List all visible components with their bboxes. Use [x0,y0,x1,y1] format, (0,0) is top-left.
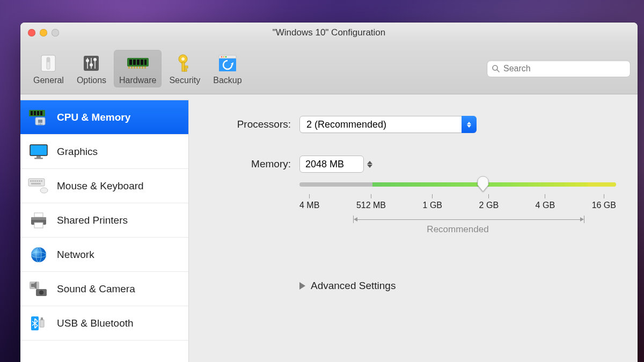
titlebar[interactable]: "Windows 10" Configuration [20,23,638,43]
tab-options[interactable]: Options [71,50,112,87]
svg-point-9 [93,58,97,61]
svg-rect-39 [40,111,42,115]
svg-rect-25 [182,62,185,71]
recommended-range-indicator [353,216,584,223]
keyboard-mouse-icon [28,176,49,196]
tick-label: 16 GB [592,194,616,210]
tab-label: Hardware [119,76,156,85]
svg-rect-13 [137,60,140,65]
sidebar-item-label: CPU & Memory [57,112,130,123]
tab-security[interactable]: Security [164,50,206,87]
sidebar-item-network[interactable]: Network [20,238,188,272]
svg-rect-50 [34,180,36,182]
svg-point-55 [40,188,48,193]
sidebar-item-label: Shared Printers [57,215,128,226]
svg-rect-20 [139,67,141,69]
advanced-settings-toggle[interactable]: Advanced Settings [299,280,616,292]
svg-rect-21 [142,67,143,69]
sidebar-item-label: Network [57,249,94,261]
processors-select[interactable]: 2 (Recommended) [299,116,477,133]
svg-rect-16 [128,67,130,69]
config-window: "Windows 10" Configuration General Optio… [20,23,638,362]
svg-text:cpu: cpu [38,122,42,125]
globe-icon [28,245,49,264]
stepper-arrows-icon[interactable] [367,156,372,173]
search-input[interactable] [487,61,630,77]
slider-track[interactable] [299,182,616,187]
svg-rect-26 [185,66,188,68]
sidebar-item-label: USB & Bluetooth [57,317,134,329]
svg-point-31 [225,56,227,57]
sliders-icon [80,53,103,73]
svg-rect-14 [141,60,143,65]
svg-rect-27 [185,69,187,71]
tab-hardware[interactable]: Hardware [114,50,162,87]
chevron-updown-icon [462,116,477,133]
monitor-icon [28,142,49,161]
svg-rect-68 [41,317,43,320]
sound-camera-icon [28,279,49,299]
sidebar-item-graphics[interactable]: Graphics [20,135,188,169]
tab-label: Security [169,76,200,85]
tick-label: 512 MB [356,194,386,210]
hardware-sidebar: cpu CPU & Memory Graphics Mouse & Keyboa… [20,100,189,362]
svg-point-60 [31,247,46,262]
svg-rect-12 [133,60,136,65]
ram-icon [127,53,149,73]
tab-label: Backup [213,76,241,85]
sidebar-item-mouse-keyboard[interactable]: Mouse & Keyboard [20,169,188,203]
sidebar-item-cpu-memory[interactable]: cpu CPU & Memory [20,100,188,135]
svg-line-34 [497,70,499,72]
svg-rect-18 [134,67,135,69]
svg-rect-11 [129,60,132,65]
processors-dropdown[interactable]: 2 (Recommended) [299,116,477,133]
tick-label: 1 GB [423,194,442,210]
svg-point-24 [181,57,185,61]
svg-rect-48 [30,180,32,182]
sidebar-item-shared-printers[interactable]: Shared Printers [20,203,188,238]
usb-bluetooth-icon [28,314,49,333]
svg-rect-22 [144,67,146,69]
svg-rect-51 [36,180,38,182]
svg-rect-43 [30,145,47,156]
tab-label: Options [77,76,106,85]
memory-slider[interactable]: 4 MB 512 MB 1 GB 2 GB 4 GB 16 GB Recomme… [299,182,616,210]
sidebar-item-usb-bluetooth[interactable]: USB & Bluetooth [20,306,188,341]
tick-label: 4 MB [299,194,319,210]
svg-rect-59 [34,223,43,228]
tab-label: General [33,76,64,85]
recommended-label: Recommended [299,224,616,235]
tab-general[interactable]: General [28,50,69,87]
disclosure-triangle-icon [299,282,305,290]
svg-rect-38 [37,111,39,115]
memory-stepper[interactable] [299,156,372,173]
svg-rect-67 [40,320,44,327]
svg-rect-46 [34,158,43,159]
settings-content: Processors: 2 (Recommended) Memory: [189,94,638,362]
processors-label: Processors: [205,119,291,130]
svg-rect-52 [39,180,40,182]
svg-rect-36 [31,111,33,115]
search-icon [492,64,500,73]
tab-backup[interactable]: Backup [208,50,247,87]
svg-point-8 [90,63,93,67]
tick-label: 2 GB [479,194,499,210]
switch-icon [37,53,60,73]
memory-field[interactable] [299,156,364,173]
cpu-memory-icon: cpu [28,108,49,127]
key-icon [173,53,196,73]
svg-point-7 [86,59,89,62]
svg-rect-49 [32,180,34,182]
time-machine-icon [216,53,239,73]
sidebar-item-sound-camera[interactable]: Sound & Camera [20,272,188,306]
svg-point-30 [223,56,225,57]
sidebar-item-label: Graphics [57,146,98,158]
sidebar-item-label: Mouse & Keyboard [57,180,144,192]
memory-label: Memory: [205,158,291,170]
svg-rect-37 [34,111,36,115]
svg-point-29 [221,56,223,57]
svg-rect-54 [31,183,41,184]
search-field[interactable] [503,64,626,73]
window-title: "Windows 10" Configuration [20,27,638,38]
svg-rect-58 [31,217,46,220]
